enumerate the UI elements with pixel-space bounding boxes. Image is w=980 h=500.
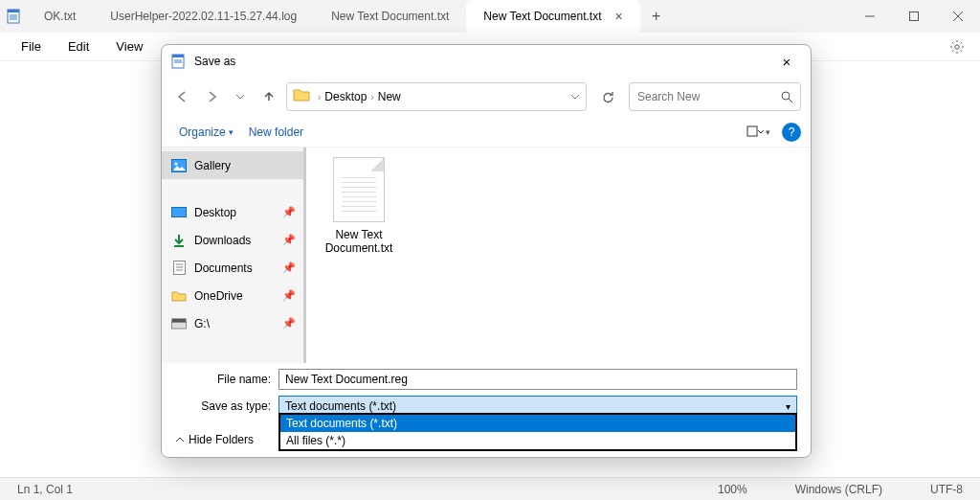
filename-label: File name: xyxy=(175,373,278,386)
recent-dropdown-icon[interactable] xyxy=(229,85,252,108)
svg-rect-6 xyxy=(910,12,919,21)
pin-icon: 📌 xyxy=(282,317,296,330)
dialog-titlebar: Save as × xyxy=(162,45,811,78)
up-button[interactable] xyxy=(257,85,280,108)
dialog-form: File name: Save as type: Text documents … xyxy=(162,363,811,422)
sidebar-item-label: G:\ xyxy=(194,317,210,330)
tab-new-text-doc-2[interactable]: New Text Document.txt × xyxy=(466,0,639,33)
desktop-icon xyxy=(171,205,187,220)
svg-line-15 xyxy=(789,99,792,102)
organize-button[interactable]: Organize▾ xyxy=(171,124,241,141)
menu-file[interactable]: File xyxy=(8,35,55,57)
menu-view[interactable]: View xyxy=(102,35,156,57)
chevron-up-icon xyxy=(175,435,185,444)
save-as-type-label: Save as type: xyxy=(175,399,278,413)
breadcrumb[interactable]: › Desktop › New xyxy=(286,82,587,111)
sidebar-item-downloads[interactable]: Downloads 📌 xyxy=(162,226,303,254)
downloads-icon xyxy=(171,233,187,248)
sidebar-item-desktop[interactable]: Desktop 📌 xyxy=(162,198,303,226)
option-text-documents[interactable]: Text documents (*.txt) xyxy=(280,415,795,432)
folder-icon xyxy=(171,288,187,304)
refresh-button[interactable] xyxy=(592,90,623,104)
file-name-label: New Text Document.txt xyxy=(316,228,402,255)
dialog-navigation: › Desktop › New xyxy=(162,78,811,116)
gallery-icon xyxy=(171,158,187,173)
sidebar-item-onedrive[interactable]: OneDrive 📌 xyxy=(162,282,303,309)
sidebar-item-label: Downloads xyxy=(194,234,251,247)
folder-icon xyxy=(293,88,310,105)
pin-icon: 📌 xyxy=(282,206,296,218)
sidebar-item-label: Gallery xyxy=(194,159,231,172)
svg-rect-19 xyxy=(172,207,187,216)
option-all-files[interactable]: All files (*.*) xyxy=(280,432,795,449)
chevron-right-icon: › xyxy=(370,92,373,102)
sidebar: Gallery Desktop 📌 Downloads 📌 Documents … xyxy=(162,148,303,363)
sidebar-item-documents[interactable]: Documents 📌 xyxy=(162,254,303,282)
app-header: OK.txt UserHelper-2022.02.11-15.27.44.lo… xyxy=(0,0,980,33)
pin-icon: 📌 xyxy=(282,234,296,246)
pin-icon: 📌 xyxy=(282,289,296,302)
search-input[interactable] xyxy=(637,90,781,103)
drive-icon xyxy=(171,316,187,331)
sidebar-item-drive-g[interactable]: G:\ 📌 xyxy=(162,309,303,337)
text-file-icon xyxy=(333,157,385,222)
dialog-toolbar: Organize▾ New folder ▾ ? xyxy=(162,118,811,147)
sidebar-item-label: OneDrive xyxy=(194,289,243,303)
tab-new-text-doc-1[interactable]: New Text Document.txt xyxy=(314,0,466,33)
svg-rect-26 xyxy=(172,318,187,322)
dialog-body: Gallery Desktop 📌 Downloads 📌 Documents … xyxy=(162,147,811,363)
search-icon[interactable] xyxy=(781,91,793,103)
svg-rect-25 xyxy=(172,322,187,329)
hide-folders-button[interactable]: Hide Folders xyxy=(175,433,254,446)
settings-icon[interactable] xyxy=(942,39,972,55)
close-tab-icon[interactable]: × xyxy=(614,9,622,24)
add-tab-button[interactable]: + xyxy=(640,0,673,33)
menu-edit[interactable]: Edit xyxy=(55,35,102,57)
new-folder-button[interactable]: New folder xyxy=(241,124,311,141)
svg-point-14 xyxy=(782,92,790,100)
svg-rect-1 xyxy=(8,10,19,12)
dialog-title: Save as xyxy=(194,55,772,68)
view-options-button[interactable]: ▾ xyxy=(742,125,774,139)
search-box[interactable] xyxy=(629,82,801,111)
status-bar: Ln 1, Col 1 100% Windows (CRLF) UTF-8 xyxy=(0,477,980,500)
svg-point-9 xyxy=(955,44,959,48)
breadcrumb-new[interactable]: New xyxy=(378,90,401,103)
status-position: Ln 1, Col 1 xyxy=(17,483,73,496)
chevron-down-icon[interactable] xyxy=(570,92,580,102)
status-eol[interactable]: Windows (CRLF) xyxy=(795,483,882,496)
svg-rect-11 xyxy=(172,55,184,57)
chevron-right-icon: › xyxy=(318,92,321,102)
status-encoding[interactable]: UTF-8 xyxy=(930,483,963,496)
file-list[interactable]: New Text Document.txt xyxy=(303,148,811,363)
back-button[interactable] xyxy=(171,85,194,108)
help-button[interactable]: ? xyxy=(782,123,801,142)
svg-rect-16 xyxy=(747,126,757,136)
notepad-icon xyxy=(171,54,187,69)
forward-button[interactable] xyxy=(200,85,223,108)
chevron-down-icon: ▾ xyxy=(786,401,791,412)
filename-input[interactable] xyxy=(278,369,797,390)
minimize-button[interactable] xyxy=(848,2,892,31)
file-item[interactable]: New Text Document.txt xyxy=(316,157,402,255)
tab-userhelper-log[interactable]: UserHelper-2022.02.11-15.27.44.log xyxy=(93,0,314,33)
notepad-icon xyxy=(6,9,21,24)
tab-bar: OK.txt UserHelper-2022.02.11-15.27.44.lo… xyxy=(27,0,848,33)
sidebar-item-label: Documents xyxy=(194,261,253,275)
close-dialog-button[interactable]: × xyxy=(772,54,801,70)
status-zoom[interactable]: 100% xyxy=(718,483,747,496)
save-as-type-dropdown: Text documents (*.txt) All files (*.*) xyxy=(278,413,797,451)
close-window-button[interactable] xyxy=(936,2,980,31)
tab-ok[interactable]: OK.txt xyxy=(27,0,93,33)
pin-icon: 📌 xyxy=(282,261,296,274)
sidebar-item-gallery[interactable]: Gallery xyxy=(162,151,303,179)
documents-icon xyxy=(171,261,187,276)
save-as-dialog: Save as × › Desktop › New Organize▾ New … xyxy=(161,44,812,458)
breadcrumb-desktop[interactable]: Desktop xyxy=(324,90,367,103)
svg-point-18 xyxy=(175,162,178,165)
maximize-button[interactable] xyxy=(892,2,936,31)
sidebar-item-label: Desktop xyxy=(194,206,236,219)
window-controls xyxy=(848,2,980,31)
